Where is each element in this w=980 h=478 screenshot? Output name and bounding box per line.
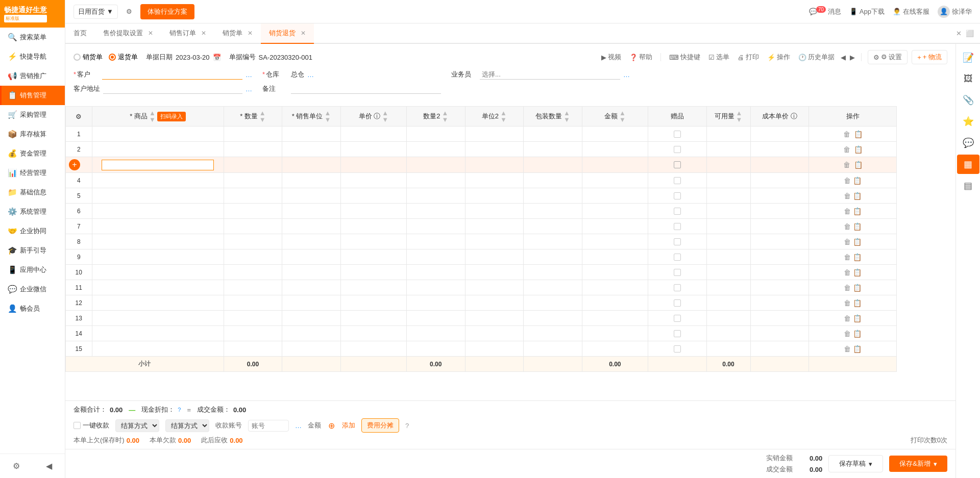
sidebar-item-marketing[interactable]: 📢 营销推广 bbox=[0, 66, 65, 86]
gift-checkbox-2[interactable] bbox=[674, 146, 681, 153]
delete-row-3-btn[interactable]: 🗑 bbox=[843, 161, 850, 169]
product-cell-2[interactable] bbox=[92, 142, 224, 157]
customer-input[interactable] bbox=[102, 69, 242, 80]
address-dots-btn[interactable]: … bbox=[246, 85, 252, 93]
gift-checkbox[interactable] bbox=[674, 223, 681, 230]
copy-btn[interactable]: 📋 bbox=[853, 192, 862, 200]
sort-pack-qty-icon[interactable]: ▲▼ bbox=[564, 110, 570, 123]
gift-cell-3[interactable] bbox=[648, 157, 706, 173]
sale-unit-cell-3[interactable] bbox=[282, 157, 341, 173]
customer-dots-btn[interactable]: … bbox=[246, 71, 252, 79]
user-profile-btn[interactable]: 👤 徐泽华 bbox=[938, 6, 972, 18]
sidebar-item-wechat[interactable]: 💬 企业微信 bbox=[0, 280, 65, 299]
gift-checkbox[interactable] bbox=[674, 284, 681, 291]
pack-qty-cell-1[interactable] bbox=[524, 127, 582, 142]
cost-price-cell-3[interactable] bbox=[750, 157, 809, 173]
tab-sale-order[interactable]: 销售订单 ✕ bbox=[161, 23, 214, 44]
right-panel-list-view-btn[interactable]: ▤ bbox=[957, 176, 979, 195]
cost-split-btn[interactable]: 费用分摊 bbox=[361, 418, 399, 433]
tab-sale-return-close[interactable]: ✕ bbox=[301, 30, 306, 37]
unit-price-cell-3[interactable] bbox=[340, 157, 406, 173]
collapse-btn[interactable]: ◀ bbox=[43, 458, 55, 474]
right-panel-star-btn[interactable]: ⭐ bbox=[957, 112, 979, 131]
amount-cell-1[interactable] bbox=[582, 127, 648, 142]
nav-prev-icon[interactable]: ◀ bbox=[841, 54, 846, 61]
copy-btn[interactable]: 📋 bbox=[853, 345, 862, 353]
warehouse-dots-btn[interactable]: … bbox=[307, 71, 314, 79]
tab-sale-return[interactable]: 销货退货 ✕ bbox=[261, 23, 314, 44]
amount-cell-3[interactable] bbox=[582, 157, 648, 173]
tab-sale-delivery-close[interactable]: ✕ bbox=[248, 30, 253, 37]
copy-btn[interactable]: 📋 bbox=[853, 207, 862, 215]
gift-checkbox[interactable] bbox=[674, 238, 681, 245]
gift-checkbox-3[interactable] bbox=[674, 161, 681, 168]
gift-checkbox[interactable] bbox=[674, 269, 681, 276]
sidebar-item-finance[interactable]: 💰 资金管理 bbox=[0, 144, 65, 163]
nav-next-icon[interactable]: ▶ bbox=[850, 54, 855, 61]
right-panel-note-btn[interactable]: 📝 bbox=[957, 48, 979, 67]
sidebar-item-basic-info[interactable]: 📁 基础信息 bbox=[0, 183, 65, 202]
copy-btn[interactable]: 📋 bbox=[853, 299, 862, 307]
cost-price-cell-1[interactable] bbox=[750, 127, 809, 142]
barcode-btn[interactable]: 扫码录入 bbox=[157, 112, 186, 121]
discount-help-icon[interactable]: ? bbox=[178, 407, 181, 413]
right-panel-attach-btn[interactable]: 📎 bbox=[957, 90, 979, 110]
sidebar-item-sales[interactable]: 📋 销售管理 bbox=[0, 86, 65, 105]
settings-bottom-btn[interactable]: ⚙ bbox=[10, 458, 23, 474]
gift-checkbox[interactable] bbox=[674, 177, 681, 184]
toolbar-operate-btn[interactable]: ⚡ 操作 bbox=[765, 52, 792, 63]
settings-header-icon[interactable]: ⚙ bbox=[124, 6, 134, 17]
unit2-cell-3[interactable] bbox=[465, 157, 524, 173]
gift-checkbox[interactable] bbox=[674, 192, 681, 199]
delete-btn[interactable]: 🗑 bbox=[844, 314, 851, 322]
copy-row-1-btn[interactable]: 📋 bbox=[854, 130, 863, 138]
onepay-checkbox[interactable]: 一键收款 bbox=[74, 421, 109, 430]
tab-sale-price[interactable]: 售价提取设置 ✕ bbox=[95, 23, 161, 44]
copy-btn[interactable]: 📋 bbox=[853, 284, 862, 292]
product-input-3[interactable] bbox=[102, 160, 214, 170]
delete-btn[interactable]: 🗑 bbox=[844, 345, 851, 353]
tab-sale-delivery[interactable]: 销货单 ✕ bbox=[214, 23, 261, 44]
sidebar-item-guide[interactable]: 🎓 新手引导 bbox=[0, 241, 65, 260]
quantity2-cell-3[interactable] bbox=[406, 157, 465, 173]
settle-method-select[interactable]: 结算方式 bbox=[115, 419, 159, 432]
pack-qty-cell-3[interactable] bbox=[524, 157, 582, 173]
sort-unit-price-icon[interactable]: ▲▼ bbox=[382, 110, 388, 123]
delete-btn[interactable]: 🗑 bbox=[844, 192, 851, 200]
gift-checkbox[interactable] bbox=[674, 330, 681, 337]
sort-quantity2-icon[interactable]: ▲▼ bbox=[442, 110, 448, 123]
available-cell-2[interactable] bbox=[706, 142, 750, 157]
sidebar-item-system[interactable]: ⚙️ 系统管理 bbox=[0, 202, 65, 221]
sidebar-item-coop[interactable]: 🤝 企业协同 bbox=[0, 221, 65, 241]
quantity-cell-3[interactable] bbox=[224, 157, 282, 173]
unit2-cell-1[interactable] bbox=[465, 127, 524, 142]
add-row-btn[interactable]: + bbox=[69, 159, 80, 170]
available-cell-3[interactable] bbox=[706, 157, 750, 173]
delete-btn[interactable]: 🗑 bbox=[844, 222, 851, 231]
toolbar-shortcut-btn[interactable]: ⌨ 快捷键 bbox=[667, 52, 702, 63]
trial-button[interactable]: 体验行业方案 bbox=[140, 4, 194, 19]
sort-amount-icon[interactable]: ▲▼ bbox=[619, 110, 626, 123]
delete-btn[interactable]: 🗑 bbox=[844, 284, 851, 292]
sale-unit-cell-1[interactable] bbox=[282, 127, 341, 142]
save-draft-button[interactable]: 保存草稿 ▾ bbox=[828, 455, 883, 472]
maximize-icon[interactable]: ⬜ bbox=[966, 30, 974, 37]
address-input[interactable] bbox=[103, 84, 242, 94]
calendar-icon[interactable]: 📅 bbox=[213, 54, 221, 61]
th-settings[interactable]: ⚙ bbox=[66, 107, 92, 127]
toolbar-logistics-btn[interactable]: + + 物流 bbox=[912, 50, 947, 64]
sort-quantity-icon[interactable]: ▲▼ bbox=[259, 110, 266, 123]
radio-sale-delivery[interactable]: 销货单 bbox=[74, 53, 103, 62]
quantity-cell-2[interactable] bbox=[224, 142, 282, 157]
quantity2-cell-1[interactable] bbox=[406, 127, 465, 142]
copy-row-2-btn[interactable]: 📋 bbox=[854, 145, 863, 154]
quantity-cell-1[interactable] bbox=[224, 127, 282, 142]
copy-btn[interactable]: 📋 bbox=[853, 222, 862, 231]
close-window-icon[interactable]: ✕ bbox=[956, 30, 962, 37]
copy-btn[interactable]: 📋 bbox=[853, 253, 862, 261]
account-dots-btn[interactable]: … bbox=[295, 422, 302, 430]
sidebar-item-quick-nav[interactable]: ⚡ 快捷导航 bbox=[0, 47, 65, 66]
product-cell-3[interactable] bbox=[92, 157, 224, 173]
radio-sale-return[interactable]: 退货单 bbox=[109, 53, 138, 62]
delete-row-2-btn[interactable]: 🗑 bbox=[843, 145, 850, 154]
